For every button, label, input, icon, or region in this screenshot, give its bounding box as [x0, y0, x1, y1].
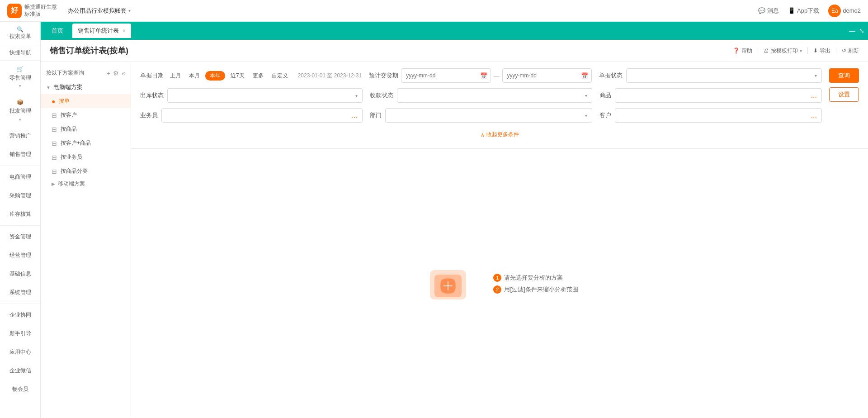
filter-collapse-icon[interactable]: «: [122, 70, 125, 77]
sidebar-item-newbie[interactable]: 新手引导: [0, 324, 40, 343]
sidebar-item-ecommerce[interactable]: 电商管理: [0, 168, 40, 186]
dept-select[interactable]: ▾: [385, 108, 592, 123]
sidebar-item-corp-wechat[interactable]: 企业微信: [0, 361, 40, 380]
sidebar-item-basic[interactable]: 基础信息: [0, 265, 40, 283]
header-left: 好 畅捷通好生意 标准版 办公用品行业模拟账套 ▾: [7, 4, 131, 18]
sidebar-item-wholesale[interactable]: 📦 批发管理 ▴: [0, 94, 40, 127]
sidebar: 🔍 搜索菜单 快捷导航 🛒 零售管理 ▾ 📦 批发管理 ▴ 营销推广 销售管理 …: [0, 22, 41, 418]
filter-panel: 按以下方案查询 + ⚙ « ▼ 电脑端方案 ● 按单 ⊟: [41, 62, 131, 418]
print-icon: 🖨: [764, 48, 769, 54]
receipt-status-select[interactable]: ▾: [397, 88, 592, 103]
logo-icon: 好: [7, 4, 22, 18]
shortcut-7days[interactable]: 近7天: [228, 71, 247, 81]
sidebar-item-sales[interactable]: 销售管理: [0, 145, 40, 164]
out-status-chevron-icon: ▾: [355, 93, 358, 98]
doc-status-select[interactable]: ▾: [626, 68, 822, 83]
goods-select[interactable]: ...: [615, 88, 822, 103]
tab-close-icon[interactable]: ×: [123, 28, 126, 34]
app-download-action[interactable]: 📱 App下载: [788, 7, 819, 15]
app-selector[interactable]: 办公用品行业模拟账套 ▾: [68, 7, 131, 15]
expected-date-start-input[interactable]: [401, 68, 491, 83]
query-button[interactable]: 查询: [829, 68, 859, 83]
user-area[interactable]: Ea demo2: [828, 5, 861, 17]
desktop-section-label: 电脑端方案: [53, 83, 83, 91]
expected-date-label: 预计交货期: [369, 71, 398, 80]
filter-item-by-customer[interactable]: ⊟ 按客户: [41, 108, 131, 122]
print-template-button[interactable]: 🖨 按模板打印 ▾: [764, 47, 802, 55]
retail-icon: 🛒: [17, 66, 24, 72]
sidebar-search-label: 搜索菜单: [4, 33, 37, 40]
message-icon: 💬: [758, 7, 765, 14]
salesperson-more-icon[interactable]: ...: [352, 111, 358, 119]
filter-item-by-category[interactable]: ⊟ 按商品分类: [41, 164, 131, 178]
out-status-select[interactable]: ▾: [167, 88, 363, 103]
sidebar-item-operation[interactable]: 经营管理: [0, 246, 40, 265]
filter-add-icon[interactable]: +: [107, 70, 110, 77]
logo-area: 好 畅捷通好生意 标准版: [7, 4, 57, 18]
sidebar-item-enterprise[interactable]: 企业协同: [0, 306, 40, 324]
filter-settings-icon[interactable]: ⚙: [113, 70, 119, 77]
customer-more-icon[interactable]: ...: [811, 111, 817, 119]
action-buttons: 查询 设置: [829, 68, 859, 102]
date-shortcut-group: 上月 本月 本年 近7天 更多 自定义: [167, 71, 291, 81]
collapse-arrow-icon: ∧: [481, 132, 485, 138]
desktop-section-header[interactable]: ▼ 电脑端方案: [41, 81, 131, 94]
date-range-display: 2023-01-01 至 2023-12-31: [298, 72, 362, 80]
shortcut-this-year[interactable]: 本年: [205, 71, 225, 81]
sidebar-item-retail[interactable]: 🛒 零售管理 ▾: [0, 61, 40, 94]
date-label: 单据日期: [140, 71, 164, 80]
by-category-icon: ⊟: [52, 168, 57, 175]
mobile-section-header[interactable]: ▶ 移动端方案: [41, 178, 131, 190]
empty-hint-1: 1 请先选择要分析的方案: [493, 274, 578, 282]
sidebar-item-marketing[interactable]: 营销推广: [0, 127, 40, 145]
sidebar-item-inventory[interactable]: 库存核算: [0, 205, 40, 223]
page-content: 按以下方案查询 + ⚙ « ▼ 电脑端方案 ● 按单 ⊟: [41, 62, 868, 418]
sidebar-item-purchase[interactable]: 采购管理: [0, 186, 40, 205]
sidebar-nav[interactable]: 快捷导航: [0, 45, 40, 61]
calendar-start-icon[interactable]: 📅: [480, 72, 487, 79]
sidebar-divider-2: [0, 225, 40, 226]
shortcut-last-month[interactable]: 上月: [167, 71, 184, 81]
shortcut-more[interactable]: 更多: [250, 71, 266, 81]
filter-item-by-cust-goods[interactable]: ⊟ 按客户+商品: [41, 136, 131, 150]
hint-num-1: 1: [493, 274, 501, 282]
customer-select[interactable]: ...: [615, 108, 822, 123]
app-selector-chevron-icon: ▾: [128, 8, 131, 13]
filter-item-by-salesperson[interactable]: ⊟ 按业务员: [41, 150, 131, 164]
sidebar-search[interactable]: 🔍 搜索菜单: [0, 22, 40, 45]
filter-panel-actions: + ⚙ «: [107, 70, 125, 77]
message-action[interactable]: 💬 消息: [758, 7, 779, 15]
tab-maximize-icon[interactable]: ⤡: [859, 27, 864, 34]
sidebar-item-finance[interactable]: 资金管理: [0, 228, 40, 246]
salesperson-select[interactable]: ...: [161, 108, 363, 123]
calendar-end-icon[interactable]: 📅: [581, 72, 588, 79]
sidebar-nav-label: 快捷导航: [0, 49, 40, 57]
settings-button[interactable]: 设置: [829, 87, 859, 102]
action-divider-3: [836, 48, 836, 54]
empty-state: 1 请先选择要分析的方案 2 用[过滤]条件来缩小分析范围: [131, 149, 868, 418]
collapse-bar[interactable]: ∧ 收起更多条件: [140, 127, 859, 142]
action-divider-1: [758, 48, 758, 54]
tab-active-sales-stats[interactable]: 销售订单统计表 ×: [72, 24, 131, 38]
filter-item-by-order[interactable]: ● 按单: [41, 94, 131, 108]
dept-label: 部门: [370, 111, 382, 119]
sidebar-item-system[interactable]: 系统管理: [0, 283, 40, 302]
out-status-label: 出库状态: [140, 91, 164, 100]
empty-illustration: [421, 261, 475, 306]
page-title: 销售订单统计表(按单): [50, 45, 128, 56]
dept-chevron-icon: ▾: [585, 113, 587, 118]
filter-item-by-goods[interactable]: ⊟ 按商品: [41, 122, 131, 136]
shortcut-custom[interactable]: 自定义: [269, 71, 291, 81]
export-button[interactable]: ⬇ 导出: [813, 47, 830, 55]
shortcut-this-month[interactable]: 本月: [186, 71, 203, 81]
filter-panel-title: 按以下方案查询: [46, 69, 84, 77]
expected-date-end-input[interactable]: [502, 68, 592, 83]
search-bar: 单据日期 上月 本月 本年 近7天 更多 自定义: [131, 62, 868, 149]
tab-home[interactable]: 首页: [44, 24, 71, 38]
goods-more-icon[interactable]: ...: [811, 91, 817, 100]
refresh-button[interactable]: ↺ 刷新: [842, 47, 859, 55]
sidebar-item-vip[interactable]: 畅会员: [0, 380, 40, 399]
sidebar-item-app-center[interactable]: 应用中心: [0, 343, 40, 361]
help-button[interactable]: ❓ 帮助: [733, 47, 752, 55]
tab-minimize-icon[interactable]: —: [849, 27, 855, 34]
